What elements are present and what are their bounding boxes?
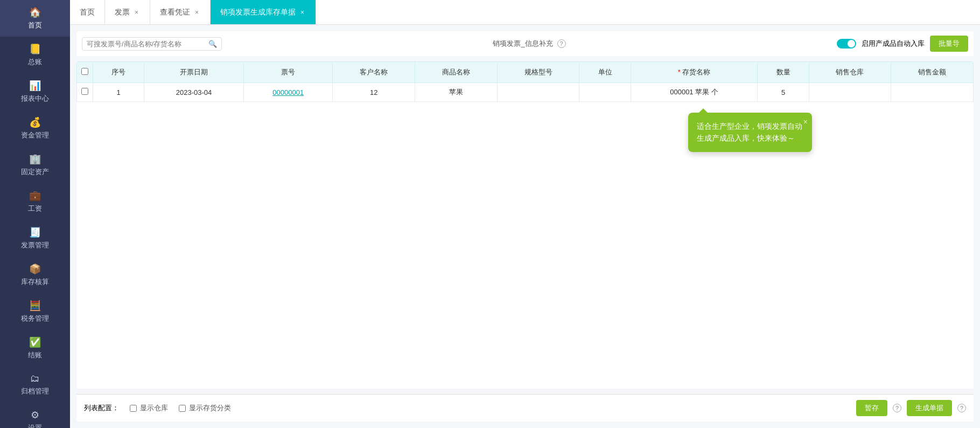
col-unit: 单位	[579, 62, 631, 83]
col-date: 开票日期	[144, 62, 244, 83]
config-label: 列表配置：	[84, 403, 119, 413]
sidebar-item-label: 税务管理	[21, 314, 49, 323]
search-input[interactable]	[87, 40, 205, 48]
tooltip-text: 适合生产型企业，销项发票自动生成产成品入库，快来体验～	[697, 122, 802, 142]
table-row: 1 2023-03-04 00000001 12 苹果 000001 苹果 个 …	[77, 83, 974, 102]
tooltip-close-button[interactable]: ×	[803, 116, 808, 128]
search-box[interactable]: 🔍	[82, 37, 222, 51]
row-customer: 12	[333, 83, 415, 102]
archive-icon: 🗂	[30, 373, 40, 384]
tax-icon: 🧮	[29, 300, 41, 312]
bottom-bar: 列表配置： 显示仓库 显示存货分类 暂存 ? 生成单据 ?	[76, 394, 974, 422]
sidebar-item-inventory[interactable]: 📦 库存核算	[0, 257, 70, 293]
sidebar-item-label: 固定资产	[21, 167, 49, 177]
sidebar-item-home[interactable]: 🏠 首页	[0, 0, 70, 37]
data-table: 序号 开票日期 票号 客户名称 商品名称 规格型号 单位 存货名称 数量 销售仓…	[76, 61, 974, 102]
tab-voucher-label: 查看凭证	[160, 8, 190, 17]
settings-icon: ⚙	[31, 409, 39, 421]
invoice-mgmt-icon: 🧾	[29, 226, 41, 238]
tab-invoice-label: 发票	[115, 8, 130, 17]
show-category-text: 显示存货分类	[189, 403, 231, 413]
sidebar-item-funds[interactable]: 💰 资金管理	[0, 110, 70, 147]
ledger-icon: 📒	[29, 43, 41, 55]
table-header-checkbox	[77, 62, 93, 83]
sidebar-item-reports[interactable]: 📊 报表中心	[0, 73, 70, 110]
sidebar-item-invoice-mgmt[interactable]: 🧾 发票管理	[0, 220, 70, 257]
row-inventory: 000001 苹果 个	[631, 83, 758, 102]
tab-sales-return-label: 销项发票生成库存单据	[220, 8, 296, 17]
col-amount: 销售金额	[891, 62, 974, 83]
col-seq: 序号	[93, 62, 144, 83]
sidebar-item-label: 首页	[28, 20, 42, 30]
sidebar-item-label: 结账	[28, 350, 42, 360]
content-area: 🔍 销项发票_信息补充 ? 启用产成品自动入库 批量导	[70, 25, 980, 428]
row-seq: 1	[93, 83, 144, 102]
fixed-assets-icon: 🏢	[29, 153, 41, 165]
bottom-actions: 暂存 ? 生成单据 ?	[856, 400, 966, 416]
sidebar-item-ledger[interactable]: 📒 总账	[0, 37, 70, 73]
info-label: 销项发票_信息补充	[493, 39, 552, 49]
sidebar-item-label: 发票管理	[21, 240, 49, 250]
show-category-checkbox[interactable]	[179, 405, 186, 412]
sidebar-item-label: 总账	[28, 57, 42, 67]
row-number: 00000001	[243, 83, 333, 102]
tab-invoice-close[interactable]: ×	[133, 8, 140, 17]
table-container: 序号 开票日期 票号 客户名称 商品名称 规格型号 单位 存货名称 数量 销售仓…	[76, 61, 974, 389]
row-date: 2023-03-04	[144, 83, 244, 102]
sidebar-item-fixed-assets[interactable]: 🏢 固定资产	[0, 147, 70, 183]
generate-help-icon[interactable]: ?	[957, 404, 966, 412]
col-product: 商品名称	[415, 62, 498, 83]
col-number: 票号	[243, 62, 333, 83]
tab-sales-return[interactable]: 销项发票生成库存单据 ×	[211, 0, 316, 24]
tab-bar: 首页 发票 × 查看凭证 × 销项发票生成库存单据 ×	[70, 0, 980, 25]
sidebar-item-settings[interactable]: ⚙ 设置	[0, 403, 70, 428]
col-qty: 数量	[758, 62, 809, 83]
tooltip-box: × 适合生产型企业，销项发票自动生成产成品入库，快来体验～	[688, 113, 812, 152]
settlement-icon: ✅	[29, 336, 41, 348]
row-unit	[579, 83, 631, 102]
show-warehouse-checkbox[interactable]	[130, 405, 137, 412]
tab-sales-return-close[interactable]: ×	[299, 8, 306, 17]
tab-invoice[interactable]: 发票 ×	[105, 0, 150, 24]
tab-voucher-close[interactable]: ×	[193, 8, 200, 17]
main-area: 首页 发票 × 查看凭证 × 销项发票生成库存单据 × 🔍 销项发票_信息补充 …	[70, 0, 980, 428]
show-warehouse-text: 显示仓库	[140, 403, 168, 413]
batch-button[interactable]: 批量导	[930, 36, 968, 52]
generate-button[interactable]: 生成单据	[907, 400, 952, 416]
col-customer: 客户名称	[333, 62, 415, 83]
inventory-icon: 📦	[29, 263, 41, 275]
funds-icon: 💰	[29, 116, 41, 128]
col-warehouse: 销售仓库	[809, 62, 891, 83]
salary-icon: 💼	[29, 190, 41, 202]
toggle-label: 启用产成品自动入库	[862, 39, 925, 49]
tab-voucher[interactable]: 查看凭证 ×	[150, 0, 211, 24]
show-warehouse-label[interactable]: 显示仓库	[130, 403, 168, 413]
auto-warehouse-toggle[interactable]	[837, 39, 856, 49]
sidebar-item-label: 归档管理	[21, 386, 49, 396]
show-category-label[interactable]: 显示存货分类	[179, 403, 231, 413]
row-number-link[interactable]: 00000001	[272, 88, 304, 96]
tab-home[interactable]: 首页	[70, 0, 105, 24]
sidebar-item-label: 设置	[28, 423, 42, 428]
sidebar-item-label: 资金管理	[21, 130, 49, 140]
sidebar-item-tax[interactable]: 🧮 税务管理	[0, 293, 70, 330]
save-help-icon[interactable]: ?	[893, 404, 901, 412]
sidebar-item-settlement[interactable]: ✅ 结账	[0, 330, 70, 367]
info-help-icon[interactable]: ?	[557, 39, 566, 48]
reports-icon: 📊	[29, 80, 41, 92]
home-icon: 🏠	[29, 6, 41, 18]
search-icon: 🔍	[208, 40, 217, 48]
select-all-checkbox[interactable]	[81, 68, 88, 75]
sidebar: 🏠 首页 📒 总账 📊 报表中心 💰 资金管理 🏢 固定资产 💼 工资 🧾 发票…	[0, 0, 70, 428]
row-amount	[891, 83, 974, 102]
toolbar: 🔍 销项发票_信息补充 ? 启用产成品自动入库 批量导	[76, 31, 974, 56]
col-model: 规格型号	[497, 62, 579, 83]
sidebar-item-salary[interactable]: 💼 工资	[0, 183, 70, 220]
row-checkbox[interactable]	[81, 88, 88, 95]
sidebar-item-label: 库存核算	[21, 277, 49, 287]
save-button[interactable]: 暂存	[856, 400, 887, 416]
row-warehouse	[809, 83, 891, 102]
sidebar-item-archive[interactable]: 🗂 归档管理	[0, 367, 70, 403]
sidebar-item-label: 工资	[28, 204, 42, 213]
tab-home-label: 首页	[80, 8, 95, 17]
